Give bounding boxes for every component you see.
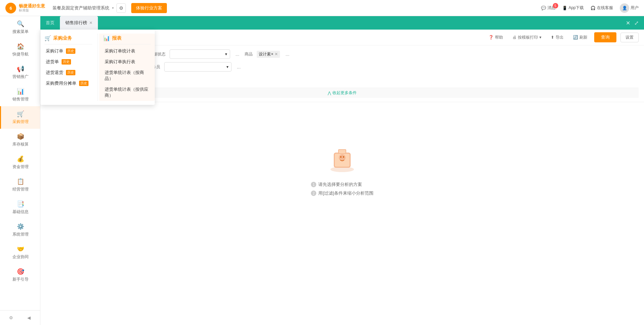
- marketing-icon: 📢: [17, 65, 24, 73]
- user-menu-button[interactable]: 👤 用户: [620, 3, 639, 13]
- print-icon: 🖨: [512, 35, 516, 40]
- dropdown-item-stock-return[interactable]: 进货退货 历史: [44, 67, 92, 78]
- print-dropdown-icon: ▾: [539, 35, 541, 40]
- logo-text: 畅捷通好生意 标准版: [19, 3, 45, 13]
- refresh-button[interactable]: 🔄 刷新: [570, 33, 590, 42]
- app-download-button[interactable]: 📱 App下载: [562, 5, 584, 11]
- sidebar-label-inventory: 库存核算: [12, 141, 29, 147]
- system-settings-button[interactable]: ⚙: [116, 3, 126, 13]
- empty-state: 1 请先选择要分析的方案 2 用[过滤]条件来缩小分析范围: [40, 102, 644, 237]
- settings-button[interactable]: 设置: [620, 33, 639, 42]
- industry-plan-button[interactable]: 体验行业方案: [131, 3, 167, 13]
- status-select[interactable]: ▾: [170, 49, 230, 59]
- tip-num-1: 1: [311, 182, 316, 187]
- tab-close-all-button[interactable]: ✕: [626, 20, 630, 26]
- dropdown-item-stock-stats-supplier[interactable]: 进货单统计表（按供应商）: [103, 84, 151, 101]
- sidebar-item-sales[interactable]: 📊 销售管理: [0, 84, 40, 106]
- sidebar-item-basic[interactable]: 📑 基础信息: [0, 196, 40, 219]
- sidebar-label-nav: 快捷导航: [12, 51, 29, 57]
- svg-point-5: [339, 154, 346, 161]
- dropdown-item-purchase-order[interactable]: 采购订单 历史: [44, 46, 92, 56]
- collab-icon: 🤝: [17, 245, 24, 253]
- logo-icon: 6: [5, 3, 16, 13]
- salesman-dropdown-icon: ▾: [226, 65, 228, 69]
- sidebar-collapse-button[interactable]: ◀: [21, 313, 38, 322]
- operation-icon: 📋: [17, 178, 24, 185]
- refresh-icon: 🔄: [573, 35, 578, 40]
- sidebar: 🔍 搜索菜单 🏠 快捷导航 📢 营销推广 📊 销售管理 🛒 采购管理 📦 库存核…: [0, 16, 40, 325]
- empty-tip-2: 2 用[过滤]条件来缩小分析范围: [311, 190, 373, 196]
- home-icon: 🏠: [17, 43, 24, 50]
- dropdown-overlay: 🛒 采购业务 采购订单 历史 进货单 历史 进货退货 历史 采购费用分摊单: [40, 30, 155, 105]
- sidebar-item-guide[interactable]: 🎯 新手引导: [0, 264, 40, 286]
- goods-tag: 设计素× ✕: [257, 51, 280, 58]
- svg-rect-9: [339, 150, 346, 153]
- export-icon: ⬆: [551, 35, 554, 40]
- finance-icon: 💰: [17, 155, 24, 163]
- dropdown-item-order-exec[interactable]: 采购订单执行表: [103, 56, 151, 67]
- headset-icon: 🎧: [591, 6, 596, 10]
- query-button[interactable]: 查询: [594, 32, 616, 42]
- logo-sub: 标准版: [19, 8, 45, 12]
- sidebar-item-inventory[interactable]: 📦 库存核算: [0, 129, 40, 151]
- search-icon: 🔍: [17, 20, 24, 28]
- system-name-text: 装餐及固定资产辅助管理系统: [52, 5, 109, 11]
- report-section: 📊 报表 采购订单统计表 采购订单执行表 进货单统计表（按商品） 进货单统计表（…: [99, 34, 155, 101]
- status-dots-button[interactable]: ...: [234, 51, 241, 57]
- goods-label: 商品: [245, 51, 253, 57]
- purchase-section-icon: 🛒: [44, 35, 51, 41]
- guide-icon: 🎯: [17, 268, 24, 275]
- logo-area: 6 畅捷通好生意 标准版: [5, 3, 46, 13]
- phone-icon: 📱: [562, 6, 567, 10]
- salesman-dots-button[interactable]: ...: [236, 64, 242, 70]
- logo-main: 畅捷通好生意: [19, 3, 45, 9]
- purchase-section: 🛒 采购业务 采购订单 历史 进货单 历史 进货退货 历史 采购费用分摊单: [40, 34, 96, 101]
- print-template-button[interactable]: 🖨 按模板打印 ▾: [510, 33, 544, 42]
- sidebar-label-guide: 新手引导: [12, 277, 29, 282]
- help-button[interactable]: ❓ 帮助: [486, 33, 506, 42]
- dropdown-menu: 🛒 采购业务 采购订单 历史 进货单 历史 进货退货 历史 采购费用分摊单: [40, 30, 155, 105]
- tab-bar: 首页 销售排行榜 ✕ ✕ ⤢: [40, 16, 644, 30]
- tab-home[interactable]: 首页: [40, 16, 60, 30]
- tip-num-2: 2: [311, 191, 316, 196]
- sidebar-item-collab[interactable]: 🤝 企业协同: [0, 241, 40, 264]
- sidebar-item-marketing[interactable]: 📢 营销推广: [0, 61, 40, 84]
- user-label: 用户: [631, 5, 639, 11]
- sidebar-item-purchase[interactable]: 🛒 采购管理: [0, 106, 40, 129]
- tab-expand-button[interactable]: ⤢: [634, 20, 639, 26]
- goods-dots-button[interactable]: ...: [284, 51, 291, 57]
- sidebar-bottom: ⚙ ◀: [0, 310, 40, 325]
- report-section-icon: 📊: [103, 35, 110, 41]
- dropdown-item-stock-stats-goods[interactable]: 进货单统计表（按商品）: [103, 67, 151, 84]
- dropdown-item-purchase-expense[interactable]: 采购费用分摊单 历史: [44, 78, 92, 89]
- message-button[interactable]: 💬 5 消息: [541, 5, 556, 11]
- sidebar-label-search: 搜索菜单: [12, 29, 29, 35]
- system-dropdown-arrow-icon[interactable]: ▾: [112, 6, 114, 10]
- tab-home-label: 首页: [46, 20, 55, 26]
- sidebar-item-system[interactable]: ⚙️ 系统管理: [0, 219, 40, 241]
- tab-sales-rank[interactable]: 销售排行榜 ✕: [60, 16, 98, 30]
- empty-tips-list: 1 请先选择要分析的方案 2 用[过滤]条件来缩小分析范围: [311, 181, 373, 196]
- sidebar-item-nav[interactable]: 🏠 快捷导航: [0, 39, 40, 61]
- dropdown-item-order-stats[interactable]: 采购订单统计表: [103, 46, 151, 56]
- online-service-button[interactable]: 🎧 在线客服: [591, 5, 613, 11]
- status-dropdown-icon: ▾: [225, 52, 227, 56]
- sidebar-item-search[interactable]: 🔍 搜索菜单: [0, 16, 40, 39]
- header-right: 💬 5 消息 📱 App下载 🎧 在线客服 👤 用户: [541, 3, 639, 13]
- dropdown-item-stock-in[interactable]: 进货单 历史: [44, 56, 92, 67]
- help-icon: ❓: [489, 35, 494, 40]
- purchase-icon: 🛒: [17, 110, 24, 118]
- sidebar-item-finance[interactable]: 💰 资金管理: [0, 151, 40, 174]
- tab-close-button[interactable]: ✕: [89, 21, 93, 25]
- tab-controls: ✕ ⤢: [626, 20, 639, 26]
- sidebar-label-operation: 经营管理: [12, 187, 29, 192]
- message-icon: 💬: [541, 6, 546, 10]
- export-button[interactable]: ⬆ 导出: [548, 33, 566, 42]
- empty-illustration: [325, 143, 359, 176]
- history-badge-3: 历史: [79, 81, 88, 86]
- collapse-icon: ⋀: [328, 91, 331, 95]
- salesman-select[interactable]: ▾: [164, 62, 231, 72]
- sidebar-settings-button[interactable]: ⚙: [3, 313, 20, 322]
- goods-tag-close-button[interactable]: ✕: [275, 52, 278, 56]
- sidebar-item-operation[interactable]: 📋 经营管理: [0, 174, 40, 196]
